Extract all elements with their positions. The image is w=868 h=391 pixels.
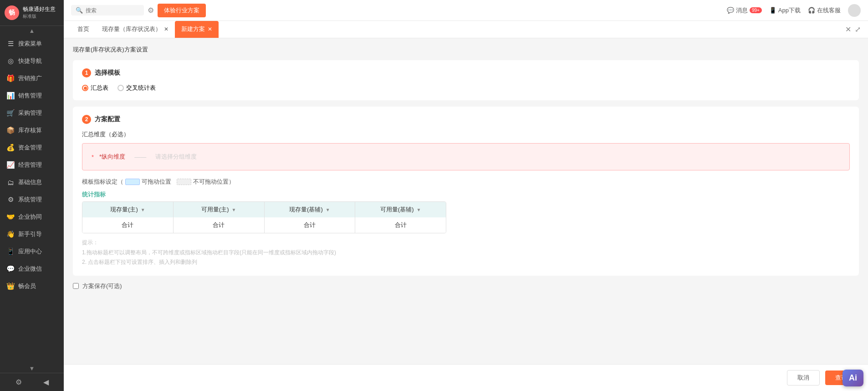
- avatar[interactable]: [848, 4, 861, 17]
- topbar-settings-icon[interactable]: ⚙: [148, 6, 154, 15]
- sidebar-item-label: 企业微信: [18, 265, 42, 273]
- system-icon: ⚙: [6, 196, 15, 204]
- management-icon: 📈: [6, 161, 15, 169]
- sidebar-item-management[interactable]: 📈 经营管理: [0, 156, 64, 174]
- window-close-icon[interactable]: ✕: [845, 25, 851, 34]
- step1-text: 选择模板: [95, 69, 120, 77]
- app-name: 畅康通好生意: [23, 6, 56, 13]
- col-body-3: 合计: [355, 217, 446, 233]
- tabs-right: ✕ ⤢: [845, 25, 861, 34]
- col-arrow-0[interactable]: ▼: [141, 207, 145, 212]
- dimension-separator: ——: [134, 154, 146, 160]
- step2-num: 2: [82, 115, 91, 124]
- app-download-label: App下载: [778, 6, 801, 15]
- sidebar-item-label: 新手引导: [18, 230, 42, 238]
- col-label-2: 现存量(基辅): [289, 206, 323, 214]
- col-label-0: 现存量(主): [110, 206, 138, 214]
- content: 现存量(库存状况表)方案设置 1 选择模板 汇总表 交叉统计表 2: [64, 38, 868, 364]
- col-header-3[interactable]: 可用量(基辅) ▼: [355, 202, 446, 217]
- sidebar-item-search[interactable]: ☰ 搜索菜单: [0, 35, 64, 52]
- col-arrow-3[interactable]: ▼: [417, 207, 421, 212]
- window-expand-icon[interactable]: ⤢: [855, 25, 861, 34]
- cancel-button[interactable]: 取消: [787, 370, 820, 386]
- sidebar-item-guide[interactable]: 👋 新手引导: [0, 226, 64, 243]
- sidebar-item-label: 基础信息: [18, 178, 42, 186]
- bottom-bar: 取消 查询: [64, 364, 868, 391]
- sidebar-item-weixin[interactable]: 💬 企业微信: [0, 260, 64, 278]
- topbar-right: 💬 消息 99+ 📱 App下载 🎧 在线客服: [727, 4, 861, 17]
- app-center-icon: 📱: [6, 247, 15, 256]
- tab-inventory-close[interactable]: ✕: [164, 26, 168, 32]
- col-header-1[interactable]: 可用量(主) ▼: [174, 202, 265, 217]
- save-checkbox[interactable]: [73, 283, 79, 289]
- sidebar-item-collab[interactable]: 🤝 企业协同: [0, 208, 64, 226]
- sidebar-item-label: 应用中心: [18, 247, 42, 256]
- settings-bottom-icon[interactable]: ⚙: [15, 378, 22, 386]
- tab-new-plan-close[interactable]: ✕: [208, 26, 212, 32]
- dimension-required-area[interactable]: * *纵向维度 —— 请选择分组维度: [82, 143, 850, 170]
- indicator-config-label: 模板指标设定（: [82, 178, 123, 186]
- sidebar-item-quick-nav[interactable]: ◎ 快捷导航: [0, 52, 64, 70]
- search-menu-icon: ☰: [6, 40, 15, 48]
- col-header-2[interactable]: 现存量(基辅) ▼: [265, 202, 356, 217]
- tab-home-label: 首页: [77, 25, 89, 33]
- sidebar-item-label: 快捷导航: [18, 57, 42, 65]
- app-download-btn[interactable]: 📱 App下载: [769, 6, 801, 15]
- online-service-btn[interactable]: 🎧 在线客服: [808, 6, 841, 15]
- sidebar-item-label: 畅会员: [18, 282, 36, 290]
- step1-num: 1: [82, 68, 91, 77]
- sidebar-item-marketing[interactable]: 🎁 营销推广: [0, 70, 64, 87]
- sidebar-item-label: 系统管理: [18, 196, 42, 204]
- sidebar-scroll-down[interactable]: ▼: [0, 364, 64, 373]
- col-header-0[interactable]: 现存量(主) ▼: [82, 202, 174, 217]
- basic-info-icon: 🗂: [6, 178, 15, 186]
- guide-icon: 👋: [6, 230, 15, 238]
- col-arrow-2[interactable]: ▼: [326, 207, 330, 212]
- sidebar-item-finance[interactable]: 💰 资金管理: [0, 139, 64, 156]
- template-radio-group: 汇总表 交叉统计表: [82, 84, 850, 92]
- quick-nav-icon: ◎: [6, 57, 15, 65]
- step1-label: 1 选择模板: [82, 68, 120, 77]
- sidebar-item-label: 采购管理: [18, 109, 42, 117]
- sidebar-item-sales[interactable]: 📊 销售管理: [0, 87, 64, 104]
- message-label: 消息: [736, 6, 748, 15]
- indicator-legend-row: 模板指标设定（ 可拖动位置 不可拖动位置）: [82, 178, 850, 186]
- app-download-icon: 📱: [769, 7, 776, 14]
- tips-section: 提示： 1.拖动标题栏可以调整布局，不可跨维度或指标区域拖动栏目字段(只能在同一…: [82, 238, 850, 268]
- sidebar-logo: 畅 畅康通好生意 标准版: [0, 0, 64, 26]
- tab-new-plan[interactable]: 新建方案 ✕: [175, 21, 219, 38]
- trial-btn[interactable]: 体验行业方案: [158, 4, 206, 17]
- sidebar-item-member[interactable]: 👑 畅会员: [0, 278, 64, 295]
- member-icon: 👑: [6, 282, 15, 290]
- sidebar-item-label: 销售管理: [18, 92, 42, 100]
- collapse-icon[interactable]: ◀: [43, 378, 49, 386]
- search-area[interactable]: 🔍: [71, 5, 144, 15]
- sidebar-item-purchase[interactable]: 🛒 采购管理: [0, 104, 64, 122]
- fixed-label: 不可拖动位置）: [193, 178, 235, 186]
- col-label-3: 可用量(基辅): [380, 206, 414, 214]
- tab-inventory[interactable]: 现存量（库存状况表） ✕: [96, 21, 175, 38]
- inventory-icon: 📦: [6, 126, 15, 134]
- sidebar-item-inventory[interactable]: 📦 库存核算: [0, 122, 64, 139]
- step1-card: 1 选择模板 汇总表 交叉统计表: [73, 60, 859, 100]
- step2-card: 2 方案配置 汇总维度（必选） * *纵向维度 —— 请选择分组维度 模板指标设…: [73, 107, 859, 276]
- tip-item-1: 2. 点击标题栏下拉可设置排序、插入列和删除列: [82, 257, 850, 268]
- col-arrow-1[interactable]: ▼: [232, 207, 236, 212]
- sidebar: 畅 畅康通好生意 标准版 ▲ ☰ 搜索菜单 ◎ 快捷导航 🎁 营销推广 📊 销售…: [0, 0, 64, 391]
- message-btn[interactable]: 💬 消息 99+: [727, 6, 762, 15]
- stats-table: 现存量(主) ▼ 可用量(主) ▼ 现存量(基辅) ▼ 可用量(基辅): [82, 201, 446, 233]
- sidebar-item-basic-info[interactable]: 🗂 基础信息: [0, 174, 64, 191]
- radio-cross[interactable]: 交叉统计表: [117, 84, 156, 92]
- ai-badge[interactable]: Ai: [842, 370, 863, 386]
- col-body-2: 合计: [265, 217, 356, 233]
- sidebar-item-system[interactable]: ⚙ 系统管理: [0, 191, 64, 208]
- draggable-label: 可拖动位置: [142, 178, 171, 186]
- radio-summary[interactable]: 汇总表: [82, 84, 108, 92]
- save-section: 方案保存(可选): [73, 282, 859, 290]
- tip-item-0: 1.拖动标题栏可以调整布局，不可跨维度或指标区域拖动栏目字段(只能在同一维度或指…: [82, 248, 850, 258]
- search-input[interactable]: [86, 7, 136, 14]
- tab-home[interactable]: 首页: [71, 21, 96, 38]
- sidebar-scroll-up[interactable]: ▲: [0, 26, 64, 35]
- sidebar-item-label: 库存核算: [18, 126, 42, 134]
- sidebar-item-app-center[interactable]: 📱 应用中心: [0, 243, 64, 260]
